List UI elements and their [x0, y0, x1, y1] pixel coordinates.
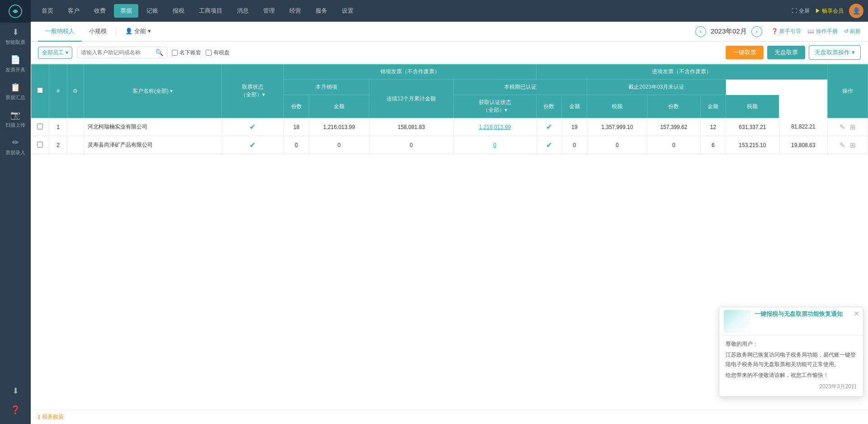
row-s-amount: 0	[309, 136, 369, 154]
row-checkbox[interactable]	[37, 142, 43, 148]
th-fetch-status[interactable]: 取票状态（全部）▾	[222, 64, 283, 118]
sidebar-item-scan-upload[interactable]: 📷 扫描上传	[0, 105, 31, 133]
copy-icon[interactable]: ⊞	[850, 141, 856, 149]
tab-all[interactable]: 👤 全能 ▾	[118, 22, 158, 42]
sidebar-item-invoice-open[interactable]: 📄 发票开具	[0, 50, 31, 78]
row-gear	[67, 136, 84, 154]
th-cert-status[interactable]: 获取认证状态（全部）▾	[453, 95, 536, 118]
topnav-right: ⛶ 全屏 ▶ 畅享会员 👤	[792, 4, 863, 18]
sidebar-item-data-entry[interactable]: ✏ 票据录入	[0, 133, 31, 161]
select-all-checkbox[interactable]	[37, 87, 43, 93]
notif-decoration	[724, 310, 751, 333]
smart-fetch-icon: ⬇	[12, 27, 19, 37]
nav-management[interactable]: 管理	[257, 4, 281, 18]
row-s-count: 0	[283, 136, 309, 154]
toolbar-right: 一键取票 无盘取票 无盘取票操作 ▾	[726, 45, 861, 60]
row-actions: ✎ ⊞	[827, 118, 868, 136]
notification-popup: ✕ 一键报税与无盘取票功能恢复通知 尊敬的用户： 江苏政务网已恢复访问电子税务局…	[719, 307, 863, 397]
nav-operation[interactable]: 经营	[283, 4, 307, 18]
th-cumulative: 连续12个月累计金额	[369, 80, 454, 118]
no-disk-ops-btn[interactable]: 无盘取票操作 ▾	[809, 45, 861, 60]
row-check[interactable]	[31, 118, 49, 136]
search-icon[interactable]: 🔍	[156, 49, 163, 56]
sidebar-item-download[interactable]: ⬇	[0, 381, 31, 400]
sidebar-item-invoice-summary[interactable]: 📋 票据汇总	[0, 78, 31, 105]
nav-service[interactable]: 服务	[309, 4, 334, 18]
sidebar: ⬇ 智能取票 📄 发票开具 📋 票据汇总 📷 扫描上传 ✏ 票据录入 ⬇ ❓	[0, 0, 31, 424]
person-icon: 👤	[125, 28, 132, 34]
new-guide-link[interactable]: ❓ 新手引导	[771, 28, 801, 35]
row-u-amount: 631,337.21	[726, 118, 779, 136]
nav-customer[interactable]: 客户	[61, 4, 86, 18]
th-gear: ⚙	[67, 64, 84, 118]
one-click-fetch-btn[interactable]: 一键取票	[726, 46, 764, 59]
tab-small[interactable]: 小规模	[82, 22, 114, 42]
checkbox-tax-disk-input[interactable]	[206, 50, 212, 56]
row-p-amount: 1,357,999.10	[587, 118, 647, 136]
checkbox-name-account[interactable]: 名下账套	[172, 49, 201, 57]
notif-title-wrap: 一键报税与无盘取票功能恢复通知	[755, 310, 843, 320]
manual-link[interactable]: 📖 操作手册	[807, 28, 837, 35]
sidebar-bottom: ⬇ ❓	[0, 381, 31, 424]
th-cust-name[interactable]: 客户名称(全部) ▾	[84, 64, 222, 118]
tab-divider	[116, 27, 116, 36]
nav-home[interactable]: 首页	[35, 4, 60, 18]
checkbox-name-account-input[interactable]	[172, 50, 178, 56]
th-s-amount: 金额	[309, 95, 369, 118]
search-input[interactable]	[81, 49, 156, 56]
refresh-link[interactable]: ↺ 刷新	[844, 28, 861, 35]
notif-footer: 给您带来的不便敬请谅解，祝您工作愉快！	[726, 371, 857, 380]
nav-message[interactable]: 消息	[231, 4, 255, 18]
nav-billing[interactable]: 收费	[88, 4, 112, 18]
notif-close-btn[interactable]: ✕	[854, 310, 859, 317]
sidebar-item-help[interactable]: ❓	[0, 400, 31, 419]
prev-month-btn[interactable]: ‹	[695, 26, 706, 37]
nav-settings[interactable]: 设置	[335, 4, 360, 18]
data-entry-icon: ✏	[12, 138, 19, 148]
row-cumulative[interactable]: 1,216,013.99	[453, 118, 536, 136]
row-p-count: 0	[561, 136, 587, 154]
th-checkbox	[31, 64, 49, 118]
notif-date: 2023年3月20日	[726, 382, 857, 391]
copy-icon[interactable]: ⊞	[850, 123, 856, 131]
th-s-count: 份数	[283, 95, 309, 118]
edit-icon[interactable]: ✎	[840, 123, 845, 131]
row-p-tax: 157,399.62	[647, 118, 701, 136]
sidebar-item-smart-fetch[interactable]: ⬇ 智能取票	[0, 23, 31, 50]
row-num: 1	[49, 118, 67, 136]
edit-icon[interactable]: ✎	[840, 141, 845, 149]
book-icon: 📖	[807, 28, 814, 34]
th-num: #	[49, 64, 67, 118]
row-checkbox[interactable]	[37, 124, 43, 129]
date-nav: ‹ 2023年02月 ›	[695, 26, 762, 37]
th-until-uncert: 截止2023年03月未认证	[587, 80, 726, 95]
notif-body: 尊敬的用户： 江苏政务网已恢复访问电子税务局功能，易代账一键登陆电子税务局与无盘…	[719, 336, 863, 396]
fullscreen-btn[interactable]: ⛶ 全屏	[792, 7, 809, 15]
th-u-count: 份数	[647, 95, 701, 118]
row-cust-name: 灵寿县尚泽矿产品有限公司	[84, 136, 222, 154]
th-ops: 操作	[827, 64, 868, 118]
th-u-tax: 税额	[726, 95, 779, 118]
member-btn[interactable]: ▶ 畅享会员	[815, 7, 844, 15]
next-month-btn[interactable]: ›	[751, 26, 762, 37]
nav-business[interactable]: 工商项目	[193, 4, 229, 18]
notif-header: 一键报税与无盘取票功能恢复通知	[719, 307, 863, 336]
avatar[interactable]: 👤	[849, 4, 863, 18]
row-check[interactable]	[31, 136, 49, 154]
row-cert-status: ✔	[536, 118, 561, 136]
table-row: 2 灵寿县尚泽矿产品有限公司 ✔ 0 0 0 0 ✔ 0 0 0 6 153,2…	[31, 136, 868, 154]
tax-policy-link[interactable]: 税务政策	[42, 413, 64, 421]
row-s-tax: 158,081.83	[369, 118, 454, 136]
employee-select[interactable]: 全部员工 ▾	[38, 47, 72, 59]
row-u-amount: 153,215.10	[726, 136, 779, 154]
checkbox-tax-disk[interactable]: 有税盘	[206, 49, 230, 57]
nav-tax[interactable]: 报税	[166, 4, 191, 18]
row-cumulative[interactable]: 0	[453, 136, 536, 154]
chevron-down-icon: ▾	[148, 28, 151, 34]
nav-accounting[interactable]: 记账	[140, 4, 165, 18]
no-disk-fetch-btn[interactable]: 无盘取票	[767, 46, 805, 59]
tab-general[interactable]: 一般纳税人	[38, 22, 82, 42]
help-icon: ❓	[10, 405, 20, 415]
tab-actions: ❓ 新手引导 📖 操作手册 ↺ 刷新	[771, 28, 861, 35]
nav-invoice[interactable]: 票据	[114, 4, 138, 18]
